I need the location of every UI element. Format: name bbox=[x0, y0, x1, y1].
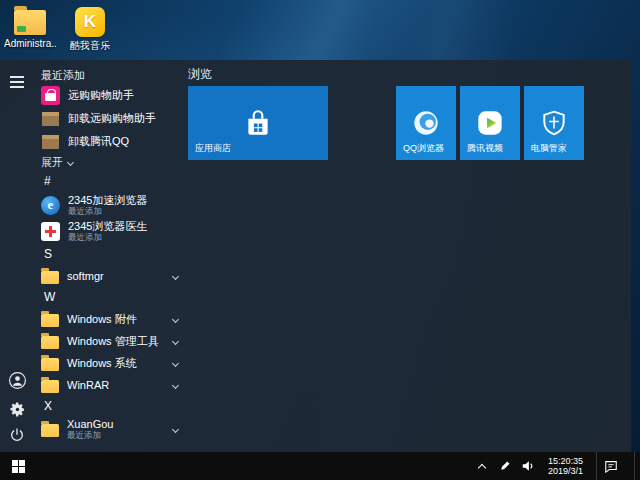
desktop-wallpaper: Administra... K 酷我音乐 bbox=[0, 0, 640, 480]
volume-tray-button[interactable] bbox=[521, 452, 535, 480]
chevron-down-icon bbox=[172, 337, 179, 344]
app-label: 卸载远购购物助手 bbox=[68, 111, 156, 126]
user-avatar-button[interactable] bbox=[7, 370, 27, 390]
gear-icon bbox=[9, 401, 26, 418]
action-center-button[interactable] bbox=[596, 452, 625, 480]
desktop-icon-label: 酷我音乐 bbox=[64, 40, 116, 51]
tile-group-label: 浏览 bbox=[188, 66, 212, 83]
shield-icon bbox=[540, 109, 568, 137]
show-desktop-button[interactable] bbox=[634, 452, 638, 480]
section-letter-s[interactable]: S bbox=[36, 244, 188, 265]
doctor-icon bbox=[41, 222, 60, 241]
desktop-icon-label: Administra... bbox=[4, 38, 56, 49]
app-label: 2345浏览器医生 bbox=[68, 220, 147, 232]
folder-label: Windows 管理工具 bbox=[67, 334, 159, 349]
kuwo-music-icon: K bbox=[75, 7, 105, 37]
chevron-down-icon bbox=[172, 359, 179, 366]
uninstaller-icon bbox=[41, 132, 60, 151]
app-item-uninstall-yuangou[interactable]: 卸载远购购物助手 bbox=[36, 107, 188, 130]
expand-button[interactable]: 展开 bbox=[36, 153, 188, 171]
folder-label: Windows 系统 bbox=[67, 356, 137, 371]
hamburger-menu-button[interactable] bbox=[7, 72, 27, 92]
expand-label: 展开 bbox=[41, 155, 63, 170]
app-item-uninstall-qq[interactable]: 卸载腾讯QQ bbox=[36, 130, 188, 153]
chevron-up-icon bbox=[478, 463, 486, 471]
folder-icon bbox=[41, 358, 59, 371]
start-menu-tiles: 浏览 应用商店 QQ浏览器 bbox=[188, 60, 631, 452]
folder-icon bbox=[41, 336, 59, 349]
system-tray: 15:20:35 2019/3/1 bbox=[475, 452, 640, 480]
tile-label: 电脑管家 bbox=[531, 142, 567, 155]
folder-item-winrar[interactable]: WinRAR bbox=[36, 374, 188, 396]
folder-label: WinRAR bbox=[67, 379, 109, 391]
start-button[interactable] bbox=[0, 452, 36, 480]
chevron-down-icon bbox=[67, 158, 74, 165]
folder-icon bbox=[41, 271, 59, 284]
folder-icon bbox=[41, 380, 59, 393]
app-icon bbox=[41, 86, 60, 105]
tile-label: 应用商店 bbox=[195, 142, 231, 155]
recently-added-tag: 最近添加 bbox=[67, 430, 113, 440]
windows-logo-icon bbox=[12, 460, 25, 473]
folder-icon bbox=[41, 424, 59, 437]
power-button[interactable] bbox=[7, 425, 27, 445]
settings-button[interactable] bbox=[7, 399, 27, 419]
section-letter-w[interactable]: W bbox=[36, 287, 188, 308]
folder-item-windows-accessories[interactable]: Windows 附件 bbox=[36, 308, 188, 330]
chevron-down-icon bbox=[172, 272, 179, 279]
tile-qq-browser[interactable]: QQ浏览器 bbox=[396, 86, 456, 160]
start-menu-app-list: 最近添加 远购购物助手 卸载远购购物助手 卸载腾讯QQ 展开 # e bbox=[34, 60, 188, 452]
section-letter-x[interactable]: X bbox=[36, 396, 188, 416]
folder-label: XuanGou bbox=[67, 418, 113, 430]
folder-item-softmgr[interactable]: softmgr bbox=[36, 265, 188, 287]
store-bag-icon bbox=[243, 108, 273, 138]
desktop-icon-kuwo-music[interactable]: K 酷我音乐 bbox=[64, 6, 116, 51]
tile-label: QQ浏览器 bbox=[403, 142, 444, 155]
app-item-yuangou-assistant[interactable]: 远购购物助手 bbox=[36, 84, 188, 107]
speaker-icon bbox=[521, 459, 535, 473]
pen-tray-button[interactable] bbox=[498, 452, 512, 480]
tile-label: 腾讯视频 bbox=[467, 142, 503, 155]
tile-pc-manager[interactable]: 电脑管家 bbox=[524, 86, 584, 160]
folder-icon bbox=[14, 10, 46, 35]
tray-expand-button[interactable] bbox=[475, 452, 489, 480]
folder-icon bbox=[41, 314, 59, 327]
start-menu: 最近添加 远购购物助手 卸载远购购物助手 卸载腾讯QQ 展开 # e bbox=[0, 60, 631, 452]
chevron-down-icon bbox=[172, 381, 179, 388]
power-icon bbox=[9, 427, 25, 443]
app-label: 卸载腾讯QQ bbox=[68, 134, 129, 149]
chevron-down-icon bbox=[172, 315, 179, 322]
tile-app-store[interactable]: 应用商店 bbox=[188, 86, 328, 160]
app-label: 远购购物助手 bbox=[68, 88, 134, 103]
recently-added-tag: 最近添加 bbox=[68, 206, 147, 216]
qq-browser-icon bbox=[412, 109, 440, 137]
recently-added-tag: 最近添加 bbox=[68, 232, 147, 242]
action-center-icon bbox=[604, 459, 618, 473]
tencent-video-icon bbox=[476, 109, 504, 137]
folder-label: Windows 附件 bbox=[67, 312, 137, 327]
app-label: 2345加速浏览器 bbox=[68, 194, 147, 206]
clock-time: 15:20:35 bbox=[548, 456, 583, 467]
taskbar: 15:20:35 2019/3/1 bbox=[0, 452, 640, 480]
start-menu-rail bbox=[0, 60, 34, 452]
section-letter-hash[interactable]: # bbox=[36, 171, 188, 192]
app-item-2345-doctor[interactable]: 2345浏览器医生 最近添加 bbox=[36, 218, 188, 244]
taskbar-clock[interactable]: 15:20:35 2019/3/1 bbox=[544, 456, 587, 477]
folder-item-windows-system[interactable]: Windows 系统 bbox=[36, 352, 188, 374]
tile-tencent-video[interactable]: 腾讯视频 bbox=[460, 86, 520, 160]
pen-icon bbox=[499, 460, 511, 472]
clock-date: 2019/3/1 bbox=[548, 466, 583, 477]
user-icon bbox=[8, 371, 27, 390]
uninstaller-icon bbox=[41, 109, 60, 128]
browser-icon: e bbox=[41, 196, 60, 215]
folder-label: softmgr bbox=[67, 270, 104, 282]
recently-added-header: 最近添加 bbox=[36, 66, 188, 84]
chevron-down-icon bbox=[172, 425, 179, 432]
folder-item-windows-admin-tools[interactable]: Windows 管理工具 bbox=[36, 330, 188, 352]
app-item-2345-browser[interactable]: e 2345加速浏览器 最近添加 bbox=[36, 192, 188, 218]
desktop-icon-administrator[interactable]: Administra... bbox=[4, 6, 56, 51]
folder-item-xuangou[interactable]: XuanGou 最近添加 bbox=[36, 416, 188, 442]
desktop-icons: Administra... K 酷我音乐 bbox=[4, 6, 116, 51]
